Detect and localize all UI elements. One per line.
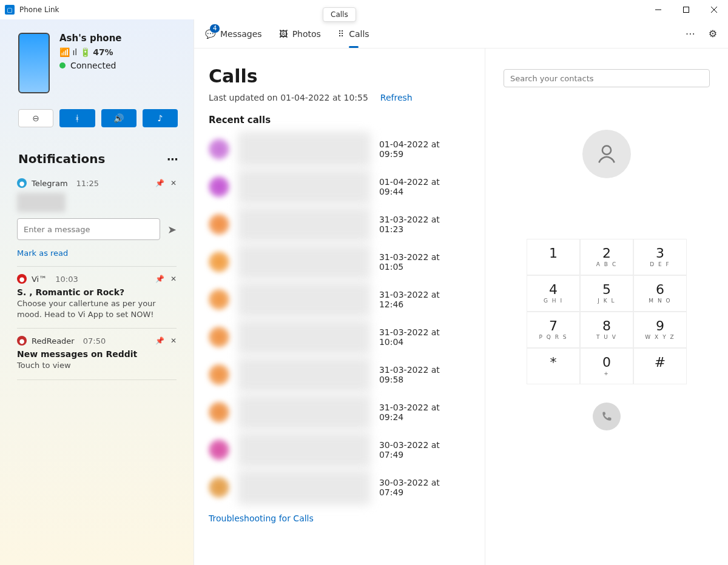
redacted-contact	[238, 319, 371, 355]
contact-avatar	[582, 130, 631, 178]
recent-call-row[interactable]: 30-03-2022 at 07:49	[209, 469, 470, 506]
dialpad-key-0[interactable]: 0+	[581, 349, 633, 384]
phone-icon	[601, 410, 613, 423]
dnd-button[interactable]: ⊖	[18, 109, 53, 127]
dialpad-key-1[interactable]: 1	[527, 239, 579, 275]
calls-column: Calls Last updated on 01-04-2022 at 10:5…	[194, 48, 485, 565]
contact-avatar-icon	[209, 252, 229, 272]
photo-icon: 🖼	[279, 29, 288, 39]
reply-input[interactable]	[17, 218, 160, 240]
notification-title: New messages on Reddit	[17, 349, 177, 359]
refresh-link[interactable]: Refresh	[380, 93, 413, 102]
send-icon[interactable]: ➤	[167, 223, 177, 236]
dialpad-key-2[interactable]: 2A B C	[581, 239, 633, 275]
contact-avatar-icon	[209, 176, 229, 197]
last-updated: Last updated on 01-04-2022 at 10:55	[209, 93, 368, 102]
svg-point-1	[602, 146, 611, 155]
key-letters: G H I	[544, 298, 563, 304]
contact-avatar-icon	[209, 402, 229, 423]
recent-call-row[interactable]: 31-03-2022 at 09:24	[209, 393, 470, 431]
dialpad-key-7[interactable]: 7P Q R S	[527, 312, 579, 347]
close-icon[interactable]: ✕	[170, 275, 177, 283]
recent-call-row[interactable]: 31-03-2022 at 01:05	[209, 243, 470, 281]
call-button[interactable]	[593, 403, 621, 430]
notification-item[interactable]: ● Vi™ 10:03 📌 ✕ S. , Romantic or Rock?Ch…	[17, 267, 177, 329]
contact-avatar-icon	[209, 327, 229, 347]
redacted-contact	[238, 169, 371, 204]
key-letters: T U V	[596, 334, 617, 340]
recent-call-row[interactable]: 31-03-2022 at 10:04	[209, 318, 470, 356]
dialpad-key-4[interactable]: 4G H I	[527, 276, 579, 311]
key-letters: J K L	[598, 298, 615, 304]
redacted-contact	[238, 282, 371, 317]
search-contacts-input[interactable]	[504, 69, 710, 87]
pin-icon[interactable]: 📌	[155, 275, 164, 283]
redacted-contact	[238, 207, 371, 242]
pin-icon[interactable]: 📌	[155, 179, 164, 187]
recent-call-row[interactable]: 01-04-2022 at 09:44	[209, 168, 470, 206]
tab-photos[interactable]: 🖼 Photos	[279, 27, 321, 41]
contact-avatar-icon	[209, 364, 229, 385]
more-icon[interactable]: ⋯	[167, 153, 178, 165]
call-timestamp: 30-03-2022 at 07:49	[379, 478, 470, 497]
tab-calls[interactable]: ⠿ Calls	[338, 27, 369, 41]
notifications-list: ● Telegram 11:25 📌 ✕ ➤ Mark as read ● Vi…	[0, 171, 194, 380]
close-icon[interactable]: ✕	[170, 336, 177, 345]
close-icon[interactable]: ✕	[170, 179, 177, 187]
redacted-contact	[238, 357, 371, 392]
dialpad-key-5[interactable]: 5J K L	[581, 276, 633, 311]
notification-app: RedReader	[32, 336, 75, 346]
redacted-contact	[238, 244, 371, 279]
notification-item[interactable]: ● RedReader 07:50 📌 ✕ New messages on Re…	[17, 329, 177, 380]
notification-time: 11:25	[76, 179, 99, 188]
music-icon: ♪	[157, 113, 163, 123]
dnd-icon: ⊖	[32, 113, 39, 123]
tab-photos-label: Photos	[292, 29, 321, 39]
tab-messages[interactable]: 💬 4 Messages	[205, 27, 262, 41]
wifi-icon: 📶	[59, 47, 70, 57]
key-digit: 3	[656, 247, 664, 260]
mark-as-read-link[interactable]: Mark as read	[17, 249, 177, 258]
dialpad-icon: ⠿	[338, 29, 344, 39]
calls-tooltip-chip: Calls	[323, 7, 356, 22]
call-timestamp: 31-03-2022 at 12:46	[379, 290, 470, 309]
redacted-contact	[238, 132, 371, 167]
app-title: Phone Link	[19, 5, 59, 14]
recent-call-row[interactable]: 31-03-2022 at 12:46	[209, 281, 470, 318]
dialpad-key-*[interactable]: *	[527, 349, 579, 384]
maximize-button[interactable]	[672, 0, 700, 19]
minimize-button[interactable]	[644, 0, 672, 19]
battery-percent: 47%	[93, 47, 113, 57]
dialpad-key-3[interactable]: 3D E F	[634, 239, 686, 275]
status-text: Connected	[70, 61, 116, 70]
volume-button[interactable]: 🔊	[101, 109, 136, 127]
svg-rect-0	[684, 7, 689, 13]
recent-calls-list: 01-04-2022 at 09:59 01-04-2022 at 09:44 …	[209, 130, 470, 506]
recent-call-row[interactable]: 31-03-2022 at 01:23	[209, 206, 470, 243]
dialpad-key-9[interactable]: 9W X Y Z	[634, 312, 686, 347]
music-button[interactable]: ♪	[143, 109, 178, 127]
troubleshoot-link[interactable]: Troubleshooting for Calls	[209, 513, 470, 523]
recent-calls-heading: Recent calls	[209, 115, 470, 125]
phone-status-line: 📶 ıl 🔋 47%	[59, 47, 122, 57]
key-digit: 4	[549, 283, 558, 296]
bluetooth-button[interactable]: ᚼ	[59, 109, 95, 127]
recent-call-row[interactable]: 30-03-2022 at 07:49	[209, 431, 470, 469]
dialpad-key-#[interactable]: #	[634, 349, 686, 384]
phone-name: Ash's phone	[59, 33, 122, 44]
pin-icon[interactable]: 📌	[155, 336, 164, 345]
more-icon[interactable]: ⋯	[686, 28, 695, 39]
key-digit: 2	[602, 247, 611, 260]
tab-messages-label: Messages	[220, 29, 262, 39]
dialpad-key-8[interactable]: 8T U V	[581, 312, 633, 347]
recent-call-row[interactable]: 01-04-2022 at 09:59	[209, 130, 470, 168]
app-badge-icon: ●	[17, 178, 27, 188]
phone-thumbnail[interactable]	[18, 33, 50, 93]
dialpad-key-6[interactable]: 6M N O	[634, 276, 686, 311]
app-badge-icon: ●	[17, 336, 27, 346]
notification-item[interactable]: ● Telegram 11:25 📌 ✕ ➤ Mark as read	[17, 171, 177, 267]
gear-icon[interactable]: ⚙	[709, 28, 717, 39]
close-button[interactable]	[700, 0, 728, 19]
recent-call-row[interactable]: 31-03-2022 at 09:58	[209, 356, 470, 393]
key-digit: #	[655, 356, 666, 369]
